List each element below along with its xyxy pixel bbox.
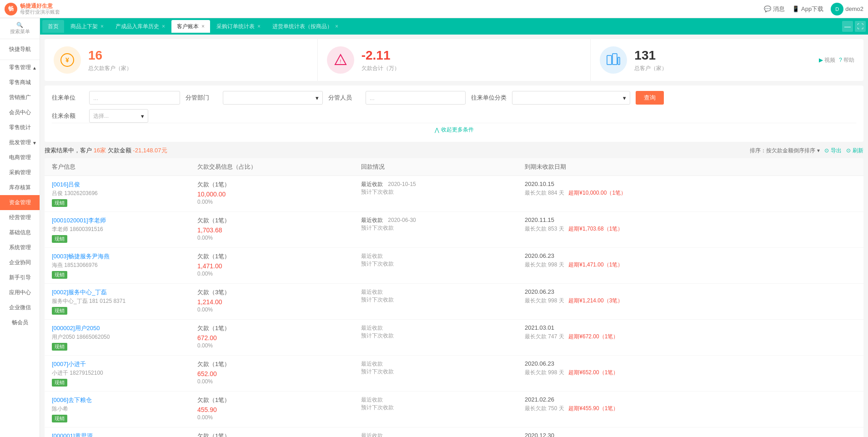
view-video-btn[interactable]: ▶ 视频 [819,56,835,64]
overdue-link-1[interactable]: 超期¥1,703.68（1笔） [568,226,623,232]
user-avatar[interactable]: D demo2 [831,3,863,15]
due-date-3: 2020.06.23 [525,288,856,295]
tab-customer-ledger[interactable]: 客户账本 × [171,20,210,33]
table-row: [0003]畅捷服务尹海燕 海燕 18513066976 现销 欠款（1笔） 1… [45,248,863,284]
sidebar-item-purchase-mgmt[interactable]: 采购管理 [0,165,40,180]
customer-name-link-5[interactable]: [0007]小进千 [52,360,197,368]
recovery-info-1: 最近收款 2020-06-30 预计下次收款 [361,216,525,243]
customer-name-link-4[interactable]: [000002]用户2050 [52,324,197,332]
sidebar-item-enterprise-collab[interactable]: 企业协同 [0,255,40,270]
sidebar-item-retail-stats[interactable]: 零售统计 [0,120,40,135]
app-download-btn[interactable]: 📱 App下载 [792,5,823,13]
debt-amount-value: -21,148.07元 [133,147,167,154]
sidebar-item-ecom-mgmt[interactable]: 电商管理 [0,150,40,165]
col-header-recovery: 回款情况 [361,163,525,171]
debt-customers-icon: ¥ [54,46,81,74]
debt-customers-label: 总欠款客户（家） [88,65,132,72]
recovery-info-0: 最近收款 2020-10-15 预计下次收款 [361,181,525,207]
sidebar-item-wholesale-mgmt[interactable]: 批发管理 ▼ [0,135,40,150]
svg-text:!: ! [340,59,341,64]
table-row: [0007]小进千 小进千 18279152100 现销 欠款（1笔） 652.… [45,356,863,392]
debt-count-6: 欠款（1笔） [197,396,361,404]
customer-tag-4: 现销 [52,343,67,351]
message-btn[interactable]: 💬 消息 [764,5,785,13]
tab-close-stock-stats[interactable]: × [335,23,338,30]
sort-button[interactable]: 排序：按欠款金额倒序排序 ▾ [750,147,820,155]
filter-input-person[interactable]: ... [366,91,466,105]
refresh-button[interactable]: ⊙ 刷新 [846,147,863,155]
tab-close-purchase-stats[interactable]: × [257,23,261,30]
debt-percent-5: 0.00% [197,378,361,385]
customer-phone-6: 陈小希 [52,405,197,413]
debt-percent-0: 0.00% [197,199,361,205]
due-info-5: 2020.06.23 最长欠款 998 天 超期¥652.00（1笔） [525,360,856,387]
sidebar-item-retail-mall[interactable]: 零售商城 [0,75,40,90]
tab-goods-listing[interactable]: 商品上下架 × [65,20,109,33]
tab-close-customer-ledger[interactable]: × [201,23,205,30]
sidebar-item-member-center[interactable]: 会员中心 [0,105,40,120]
sidebar-item-capital-mgmt[interactable]: 资金管理 [0,195,40,210]
sidebar-item-newbie-guide[interactable]: 新手引导 [0,270,40,285]
help-btn[interactable]: ? 帮助 [839,56,854,64]
sidebar-item-enterprise-wechat[interactable]: 企业微信 [0,300,40,315]
debt-amount-1: 1,703.68 [197,226,361,234]
customer-info-2: [0003]畅捷服务尹海燕 海燕 18513066976 现销 [52,252,197,279]
sidebar-item-marketing[interactable]: 营销推广 [0,90,40,105]
filter-select-category[interactable]: ▾ [512,91,630,105]
sidebar-item-retail-mgmt[interactable]: 零售管理 ▲ [0,60,40,75]
debt-total-value: -2.11 [361,48,400,63]
sidebar-item-system-mgmt[interactable]: 系统管理 [0,240,40,255]
chevron-down-icon-dept: ▾ [316,95,319,101]
filter-input-dots: ... [93,95,98,101]
debt-info-2: 欠款（1笔） 1,471.00 0.00% [197,252,361,279]
search-menu-btn[interactable]: 🔍 搜索菜单 [0,18,40,39]
export-button[interactable]: ⊙ 导出 [824,147,842,155]
overdue-link-0[interactable]: 超期¥10,000.00（1笔） [568,190,626,196]
overdue-link-3[interactable]: 超期¥1,214.00（3笔） [568,297,623,304]
sidebar-item-basic-info[interactable]: 基础信息 [0,225,40,240]
sidebar-item-operation-mgmt[interactable]: 经营管理 [0,210,40,225]
overdue-link-2[interactable]: 超期¥1,471.00（1笔） [568,261,623,268]
tab-end-buttons: — ⛶ [842,21,866,32]
due-info-7: 2020.12.30 最长欠款 808 天 超期¥429.00（1笔） [525,432,856,437]
sidebar-item-quick-nav[interactable]: 快捷导航 [0,42,40,57]
due-info-1: 2020.11.15 最长欠款 853 天 超期¥1,703.68（1笔） [525,216,856,243]
stat-top-actions: ▶ 视频 ? 帮助 [819,56,854,64]
recovery-info-2: 最近收款 预计下次收款 [361,252,525,279]
tab-stock-stats[interactable]: 进货单统计表（按商品） × [267,20,344,33]
filter-input-unit[interactable]: ... [89,91,180,105]
filter-select-balance[interactable]: 选择... ▾ [89,109,148,123]
customer-name-link-6[interactable]: [0006]去下粮仓 [52,396,197,404]
tab-close-goods-listing[interactable]: × [100,23,104,30]
customer-name-link-3[interactable]: [0002]服务中心_丁磊 [52,288,197,296]
tab-close-stock-history[interactable]: × [162,23,165,30]
customer-name-link-7[interactable]: [000001]黄思源 [52,432,197,437]
debt-count-3: 欠款（3笔） [197,288,361,296]
customer-name-link-0[interactable]: [0016]吕俊 [52,181,197,189]
customer-info-6: [0006]去下粮仓 陈小希 现销 [52,396,197,422]
minimize-btn[interactable]: — [842,21,853,32]
svg-text:¥: ¥ [65,56,69,64]
customer-tag-5: 现销 [52,379,67,387]
tab-stock-history[interactable]: 产成品入库单历史 × [110,20,171,33]
overdue-link-6[interactable]: 超期¥455.90（1笔） [568,405,618,412]
tab-purchase-stats[interactable]: 采购订单统计表 × [211,20,266,33]
customer-name-link-2[interactable]: [0003]畅捷服务尹海燕 [52,252,197,261]
sidebar-item-app-center[interactable]: 应用中心 [0,285,40,300]
recovery-info-4: 最近收款 预计下次收款 [361,324,525,351]
sidebar-item-changhui[interactable]: 畅会员 [0,315,40,330]
collapse-filters-btn[interactable]: ⋀ 收起更多条件 [52,123,856,136]
debt-amount-0: 10,000.00 [197,191,361,198]
tab-home[interactable]: 首页 [42,20,64,33]
overdue-link-4[interactable]: 超期¥672.00（1笔） [568,333,618,340]
customer-phone-3: 服务中心_丁磊 181 0125 8371 [52,297,197,305]
filter-select-dept[interactable]: ▾ [223,91,323,105]
filter-label-person: 分管人员 [328,94,360,102]
search-button[interactable]: 查询 [636,91,664,105]
overdue-link-5[interactable]: 超期¥652.00（1笔） [568,369,618,376]
sidebar-item-inventory-accounting[interactable]: 库存核算 [0,180,40,195]
debt-info-0: 欠款（1笔） 10,000.00 0.00% [197,181,361,207]
customer-name-link-1[interactable]: [0001020001]李老师 [52,216,197,225]
customer-tag-1: 现销 [52,235,67,243]
maximize-btn[interactable]: ⛶ [855,21,866,32]
